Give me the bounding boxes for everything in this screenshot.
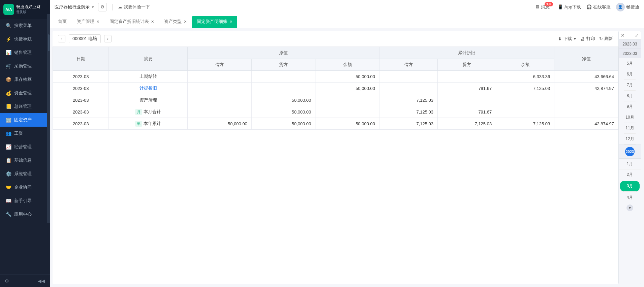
cell-credit1: [251, 71, 315, 83]
content-area: ‹ 000001 电脑 › ⬇ 下载 ▼ 🖨 打印 ↻ 刷新: [50, 28, 644, 287]
tab-asset-management-close[interactable]: ✕: [96, 20, 99, 24]
sidebar-item-label: 总账管理: [14, 103, 32, 109]
logo-sub: 普及版: [16, 10, 40, 14]
main-panel: ‹ 000001 电脑 › ⬇ 下载 ▼ 🖨 打印 ↻ 刷新: [53, 31, 618, 284]
scroll-down-button[interactable]: ▼: [626, 204, 633, 211]
sidebar-item-finance[interactable]: 💰 资金管理: [0, 86, 50, 100]
sidebar-item-quicknav[interactable]: ⚡ 快捷导航: [0, 32, 50, 46]
sidebar-item-sales[interactable]: 📊 销售管理: [0, 46, 50, 59]
tabbar: 首页 资产管理 ✕ 固定资产折旧统计表 ✕ 资产类型 ✕ 固定资产明细账 ✕: [50, 14, 644, 28]
year-tag: 年: [135, 121, 142, 127]
basicinfo-icon: 📋: [5, 157, 11, 163]
date-month-9[interactable]: 9月: [624, 101, 635, 112]
sidebar-item-appcenter[interactable]: 🔧 应用中心: [0, 208, 50, 221]
date-month-1[interactable]: 1月: [619, 159, 641, 169]
sidebar-item-label: 固定资产: [14, 117, 32, 123]
cell-summary: 年本年累计: [109, 118, 188, 130]
cell-summary: 计提折旧: [109, 83, 188, 94]
asset-id-display: 000001 电脑: [69, 34, 101, 43]
tab-asset-type-close[interactable]: ✕: [184, 20, 187, 24]
date-month-3[interactable]: 3月: [620, 181, 640, 192]
col-balance1: 余额: [315, 59, 379, 71]
sidebar-item-search[interactable]: 🔍 搜索菜单: [0, 19, 50, 32]
tab-asset-ledger[interactable]: 固定资产明细账 ✕: [192, 16, 237, 28]
download-arrow-icon: ▼: [573, 37, 577, 41]
tab-asset-management[interactable]: 资产管理 ✕: [72, 16, 104, 28]
app-logo: AtA 畅捷通好业财 普及版: [0, 0, 50, 19]
tab-asset-type[interactable]: 资产类型 ✕: [159, 16, 191, 28]
next-asset-button[interactable]: ›: [104, 35, 112, 42]
cloud-icon: ☁: [118, 4, 122, 9]
sidebar-item-purchase[interactable]: 🛒 采购管理: [0, 59, 50, 73]
tab-home[interactable]: 首页: [53, 16, 71, 28]
user-button[interactable]: 👤 畅捷通: [616, 3, 639, 11]
service-button[interactable]: 🎧 在线客服: [586, 4, 611, 10]
message-icon: 🖥: [535, 4, 540, 9]
collab-icon: 🤝: [5, 184, 11, 190]
sidebar-item-label: 采购管理: [14, 63, 32, 69]
settings-icon[interactable]: ⚙: [5, 278, 9, 284]
sidebar-item-ledger[interactable]: 📒 总账管理: [0, 100, 50, 113]
tab-asset-ledger-close[interactable]: ✕: [229, 20, 233, 24]
date-month-4[interactable]: 4月: [619, 192, 641, 203]
sidebar-item-sysadmin[interactable]: ⚙️ 系统管理: [0, 167, 50, 181]
date-month-7[interactable]: 7月: [624, 80, 635, 91]
date-month-10[interactable]: 10月: [624, 112, 635, 123]
download-button[interactable]: ⬇ 下载 ▼: [558, 36, 577, 42]
date-month-11[interactable]: 11月: [624, 123, 635, 134]
cell-net: [554, 106, 618, 118]
cell-credit2: 7,125.03: [438, 118, 496, 130]
cell-debit1: [188, 83, 252, 94]
sidebar-item-label: 资金管理: [14, 90, 32, 96]
main-area: 医疗器械行业演示 ▼ ⚙ ☁ 我要体验一下 🖥 消息 99+ 📱 App下载 🎧…: [50, 0, 644, 287]
download-label: App下载: [564, 4, 581, 10]
experience-button[interactable]: ☁ 我要体验一下: [118, 4, 150, 10]
sidebar-item-operations[interactable]: 📈 经营管理: [0, 140, 50, 154]
col-credit1: 贷方: [251, 59, 315, 71]
sidebar-item-label: 销售管理: [14, 50, 32, 56]
sidebar-item-inventory[interactable]: 📦 库存核算: [0, 73, 50, 86]
year-badge-2023[interactable]: 2023: [625, 147, 635, 156]
cell-date: 2023-03: [53, 106, 109, 118]
tab-depreciation-stats[interactable]: 固定资产折旧统计表 ✕: [105, 16, 159, 28]
topbar-settings-button[interactable]: ⚙: [98, 3, 107, 11]
expand-panel-icon[interactable]: ⤢: [635, 33, 639, 38]
print-button[interactable]: 🖨 打印: [581, 36, 595, 42]
sidebar-item-label: 库存核算: [14, 76, 32, 83]
cell-net: 43,666.64: [554, 71, 618, 83]
date-panel: ✕ ⤢ 2023.03 2023.03 5月 6月 7月 8月 9月 10月 1…: [618, 31, 641, 284]
refresh-button[interactable]: ↻ 刷新: [599, 36, 613, 42]
message-button[interactable]: 🖥 消息 99+: [535, 4, 550, 10]
sidebar-item-fixed-assets[interactable]: 🏢 固定资产: [0, 113, 50, 127]
sidebar-nav: 🔍 搜索菜单 ⚡ 快捷导航 📊 销售管理 🛒 采购管理 📦 库存核算 💰 资金管…: [0, 19, 50, 275]
cell-net: 42,874.97: [554, 83, 618, 94]
date-month-12[interactable]: 12月: [624, 134, 635, 145]
prev-asset-button[interactable]: ‹: [58, 35, 65, 42]
cell-debit1: 50,000.00: [188, 118, 252, 130]
tab-depreciation-stats-close[interactable]: ✕: [151, 20, 154, 24]
ledger-table: 日期 摘要 原值 累计折旧 净值 借方 贷方 余额 借方 贷方 余额: [53, 47, 618, 130]
cell-credit2: [438, 94, 496, 106]
tab-home-label: 首页: [58, 19, 67, 25]
collapse-icon[interactable]: ◀◀: [38, 278, 45, 284]
sidebar-item-basicinfo[interactable]: 📋 基础信息: [0, 154, 50, 167]
sidebar-item-guide[interactable]: 📖 新手引导: [0, 194, 50, 208]
date-month-6[interactable]: 6月: [624, 69, 635, 80]
sidebar-item-label: 工资: [14, 130, 23, 136]
search-icon: 🔍: [5, 23, 11, 29]
sidebar-item-label: 经营管理: [14, 144, 32, 150]
download-button[interactable]: 📱 App下载: [558, 4, 581, 10]
table-row: 2023-03 年本年累计 50,000.00 50,000.00 50,000…: [53, 118, 618, 130]
sidebar-item-collab[interactable]: 🤝 企业协同: [0, 181, 50, 194]
close-panel-icon[interactable]: ✕: [621, 33, 625, 38]
date-panel-header2: 2023.03: [619, 49, 641, 58]
date-month-5[interactable]: 5月: [624, 58, 635, 69]
finance-icon: 💰: [5, 90, 11, 96]
col-date: 日期: [53, 47, 109, 71]
company-selector[interactable]: 医疗器械行业演示 ▼: [55, 4, 95, 10]
cell-net: [554, 94, 618, 106]
sidebar-item-payroll[interactable]: 👥 工资: [0, 127, 50, 140]
cell-balance2: 7,125.03: [496, 83, 554, 94]
date-month-2[interactable]: 2月: [619, 169, 641, 180]
date-month-8[interactable]: 8月: [624, 91, 635, 101]
